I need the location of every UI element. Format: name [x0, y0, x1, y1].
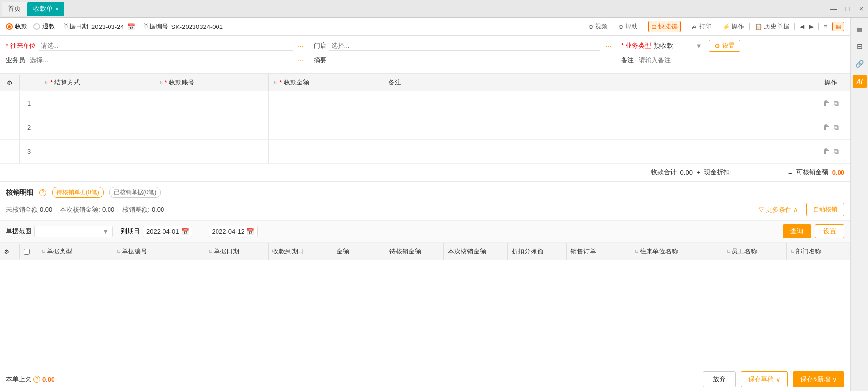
store-input[interactable]	[329, 41, 601, 51]
copy-icon-1[interactable]: ⧉	[834, 99, 839, 108]
store-label: 门店	[314, 41, 326, 50]
td-gear-1	[0, 91, 20, 115]
delete-icon-3[interactable]: 🗑	[823, 147, 830, 155]
row-num-1: 1	[27, 100, 31, 107]
delete-icon-1[interactable]: 🗑	[823, 99, 830, 107]
diff-value: 0.00	[152, 206, 164, 213]
nav-left-button[interactable]: ◀	[800, 23, 804, 30]
close-button[interactable]: ×	[856, 4, 866, 14]
th-gear[interactable]: ⚙	[0, 75, 20, 90]
td-settlement-2[interactable]	[39, 115, 154, 139]
table-row: 3 🗑 ⧉	[0, 140, 850, 164]
bth-gear-icon: ⚙	[4, 248, 10, 255]
tab-close-icon[interactable]: ×	[55, 6, 58, 12]
writeoff-help-icon[interactable]: ?	[39, 189, 46, 196]
operation-button[interactable]: ⚡ 操作	[722, 22, 744, 31]
save-draft-button[interactable]: 保存草稿 ∨	[741, 371, 788, 387]
filter-actions: 查询 设置	[783, 224, 844, 238]
bth-store: ⇅ 部门名称	[787, 243, 850, 260]
stats-row: 未核销金额 0.00 本次核销金额: 0.00 核销差额: 0.00 ▽ 更多条…	[0, 201, 850, 220]
td-account-1[interactable]	[154, 91, 269, 115]
abandon-button[interactable]: 放弃	[703, 371, 736, 387]
td-account-3[interactable]	[154, 140, 269, 163]
writeoff-title: 核销明细	[6, 188, 33, 197]
tab-done[interactable]: 已核销单据(0笔)	[109, 187, 161, 198]
date-to-input[interactable]: 2022-04-12 📅	[209, 226, 258, 237]
video-button[interactable]: ⊙ 视频	[588, 22, 608, 31]
date-value[interactable]: 2023-03-24	[91, 23, 124, 30]
salesperson-more-icon[interactable]: ···	[298, 56, 304, 64]
td-remark-1[interactable]	[383, 91, 811, 115]
sidebar-link-icon[interactable]: 🔗	[853, 57, 867, 71]
partner-more-icon[interactable]: ···	[298, 42, 304, 50]
help-button[interactable]: ⊙ 帮助	[618, 22, 638, 31]
nav-right-button[interactable]: ▶	[809, 23, 814, 30]
history-button[interactable]: 📋 历史单据	[755, 22, 789, 31]
date-calendar-icon[interactable]: 📅	[127, 23, 135, 30]
th-amount: ⇅ 收款金额	[269, 74, 383, 91]
date-to-calendar-icon[interactable]: 📅	[246, 228, 254, 235]
per-order-help-icon[interactable]: ?	[33, 376, 40, 383]
tab-pending[interactable]: 待核销单据(0笔)	[52, 187, 104, 198]
bth-gear[interactable]: ⚙	[0, 244, 20, 259]
td-account-2[interactable]	[154, 115, 269, 139]
salesperson-input[interactable]	[28, 56, 293, 65]
maximize-button[interactable]: □	[842, 4, 852, 14]
more-conditions-button[interactable]: ▽ 更多条件 ∧	[759, 205, 798, 214]
bth-current: 本次核销金额	[444, 243, 508, 260]
summary-input[interactable]	[329, 56, 612, 65]
sort-partner-icon: ⇅	[634, 249, 638, 254]
date-label: 单据日期	[63, 22, 88, 31]
partner-input[interactable]	[39, 41, 293, 51]
radio-income[interactable]: 收款	[6, 22, 27, 31]
discount-input[interactable]	[735, 168, 785, 176]
th-remark: 备注	[383, 74, 811, 91]
tab-receipt[interactable]: 收款单 ×	[27, 2, 64, 16]
td-remark-3[interactable]	[383, 140, 811, 163]
copy-icon-3[interactable]: ⧉	[834, 147, 839, 156]
per-order-value: 0.00	[42, 376, 54, 383]
shortcut-button[interactable]: ⊡ 快捷键	[648, 21, 681, 32]
td-rownum-3: 3	[20, 140, 39, 163]
store-more-icon[interactable]: ···	[605, 42, 611, 50]
setting-button[interactable]: ⚙ 设置	[709, 40, 740, 52]
number-value: SK-20230324-001	[171, 23, 223, 30]
bth-partner-label: 往来单位名称	[640, 247, 678, 256]
radio-refund[interactable]: 退款	[33, 22, 55, 31]
save-new-button[interactable]: 保存&新增 ∨	[793, 371, 844, 387]
td-remark-2[interactable]	[383, 115, 811, 139]
copy-icon-2[interactable]: ⧉	[834, 123, 839, 132]
print-button[interactable]: 🖨 打印	[691, 22, 712, 31]
date-from-input[interactable]: 2022-04-01 📅	[143, 226, 192, 237]
td-amount-3[interactable]	[269, 140, 383, 163]
td-settlement-1[interactable]	[39, 91, 154, 115]
query-button[interactable]: 查询	[783, 224, 811, 238]
total-value: 0.00	[680, 169, 693, 176]
business-type-arrow[interactable]: ▼	[696, 42, 702, 50]
view-list-button[interactable]: ≡	[824, 23, 827, 30]
td-amount-1[interactable]	[269, 91, 383, 115]
minimize-button[interactable]: —	[829, 4, 839, 14]
bth-discount: 折扣分摊额	[508, 243, 566, 260]
view-grid-button[interactable]: ▦	[832, 22, 844, 31]
tab-home[interactable]: 首页	[2, 2, 27, 16]
select-all-checkbox[interactable]	[24, 249, 30, 255]
td-amount-2[interactable]	[269, 115, 383, 139]
sidebar-table-icon[interactable]: ▤	[853, 22, 867, 35]
bth-type-label: 单据类型	[47, 247, 72, 256]
auto-writeoff-button[interactable]: 自动核销	[806, 203, 844, 216]
th-amount-label: 收款金额	[279, 78, 309, 87]
range-select[interactable]: ▼	[34, 226, 113, 237]
delete-icon-2[interactable]: 🗑	[823, 123, 830, 131]
sidebar-list-icon[interactable]: ⊟	[853, 39, 867, 53]
bth-checkbox[interactable]	[20, 245, 37, 259]
divider5	[749, 23, 750, 30]
date-from-calendar-icon[interactable]: 📅	[181, 228, 189, 235]
td-settlement-3[interactable]	[39, 140, 154, 163]
save-draft-label: 保存草稿	[748, 375, 774, 384]
table-header: ⚙ ⇅ 结算方式 ⇅ 收款账号 ⇅ 收款金额 备注	[0, 74, 850, 91]
store-field: 门店 ···	[314, 41, 612, 51]
note-input[interactable]	[637, 56, 844, 65]
filter-setting-button[interactable]: 设置	[815, 224, 844, 238]
sidebar-ai-icon[interactable]: Ai	[853, 75, 867, 88]
